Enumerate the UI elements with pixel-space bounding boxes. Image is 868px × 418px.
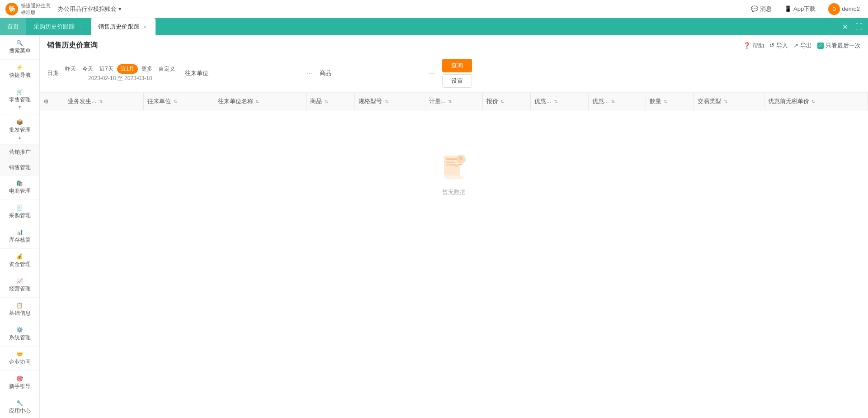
sidebar-item-retail[interactable]: 🛒 零售管理 ▾ <box>0 84 39 114</box>
col-trade-type[interactable]: 交易类型 ⇅ <box>694 93 764 110</box>
sidebar-item-enterprise[interactable]: 🤝 企业协同 <box>0 347 39 371</box>
col-partner-code[interactable]: 往来单位 ⇅ <box>144 93 214 110</box>
column-settings-icon[interactable]: ⚙ <box>43 98 49 105</box>
date-btn-7days[interactable]: 近7天 <box>97 64 116 74</box>
col-partner-name[interactable]: 往来单位名称 ⇅ <box>214 93 307 110</box>
system-icon: ⚙️ <box>16 327 23 333</box>
logo-icon: 畅 <box>5 3 18 15</box>
export-button[interactable]: ↗ 导出 <box>793 42 812 50</box>
sidebar-item-sales-mgmt[interactable]: 销售管理 <box>0 160 39 176</box>
sidebar-item-shortcuts[interactable]: ⚡ 快捷导航 <box>0 60 39 84</box>
sidebar-item-marketing[interactable]: 营销推广 <box>0 145 39 160</box>
tab-purchase-history[interactable]: 采购历史价跟踪 × <box>26 18 91 35</box>
sidebar-item-wholesale[interactable]: 📦 批发管理 ▴ <box>0 114 39 145</box>
col-discount1[interactable]: 优惠... ⇅ <box>531 93 588 110</box>
sidebar-item-appstore[interactable]: 🔧 应用中心 <box>0 395 39 418</box>
query-button[interactable]: 查询 <box>442 59 472 72</box>
only-last-checkbox[interactable]: ✓ <box>817 43 824 49</box>
help-button[interactable]: ❓ 帮助 <box>743 42 764 50</box>
col-biz-date[interactable]: 业务发生... ⇅ <box>64 93 144 110</box>
sort-icon: ⇅ <box>554 99 557 104</box>
close-purchase-history-tab[interactable]: × <box>77 24 84 30</box>
svg-point-0 <box>444 175 464 180</box>
workspace-selector[interactable]: 办公用品行业模拟账套 ▾ <box>54 3 125 15</box>
col-settings[interactable]: ⚙ <box>40 93 64 110</box>
sidebar-item-business[interactable]: 📈 经营管理 <box>0 273 39 298</box>
tab-bar: 首页 采购历史价跟踪 × 销售历史价跟踪 × ✕ ⛶ <box>0 18 868 35</box>
sidebar-item-system[interactable]: ⚙️ 系统管理 <box>0 322 39 347</box>
user-profile[interactable]: D demo2 <box>826 1 863 17</box>
ecommerce-icon: 🛍️ <box>16 180 23 186</box>
tab-home[interactable]: 首页 <box>0 18 26 35</box>
close-all-tabs-button[interactable]: ✕ <box>840 21 850 33</box>
sidebar-item-purchase[interactable]: 🧾 采购管理 <box>0 200 39 224</box>
message-button[interactable]: 💬 消息 <box>748 3 774 15</box>
sort-icon: ⇅ <box>255 99 259 104</box>
avatar: D <box>828 3 840 15</box>
top-bar-left: 畅 畅捷通好生意 标准版 办公用品行业模拟账套 ▾ <box>5 2 125 15</box>
import-button[interactable]: ↺ 导入 <box>769 42 788 50</box>
col-pre-tax-price[interactable]: 优惠前无税单价 ⇅ <box>764 93 868 110</box>
date-btn-1month[interactable]: 近1月 <box>117 64 138 74</box>
svg-rect-3 <box>446 162 455 163</box>
sidebar-item-newbie[interactable]: 🎯 新手引导 <box>0 371 39 395</box>
col-quote[interactable]: 报价 ⇅ <box>482 93 531 110</box>
sidebar-item-finance[interactable]: 💰 资金管理 <box>0 249 39 273</box>
page-title: 销售历史价查询 <box>47 41 98 50</box>
date-btn-more[interactable]: 更多 <box>139 64 155 74</box>
tab-sales-history[interactable]: 销售历史价跟踪 × <box>91 18 156 35</box>
partner-dots[interactable]: ··· <box>306 69 312 77</box>
inventory-icon: 📊 <box>16 229 23 235</box>
date-btn-custom[interactable]: 自定义 <box>156 64 178 74</box>
filter-settings-button[interactable]: 设置 <box>442 74 472 88</box>
sort-icon: ⇅ <box>500 99 504 104</box>
sort-icon: ⇅ <box>724 99 727 104</box>
col-spec[interactable]: 规格型号 ⇅ <box>355 93 425 110</box>
date-btn-today[interactable]: 今天 <box>80 64 96 74</box>
app-download-button[interactable]: 📱 App下载 <box>782 3 818 15</box>
chevron-down-icon: ▾ <box>19 104 21 109</box>
svg-rect-2 <box>446 158 458 160</box>
table-header-row: ⚙ 业务发生... ⇅ 往来单位 ⇅ 往来单位名称 ⇅ <box>40 93 868 110</box>
sort-icon: ⇅ <box>174 99 177 104</box>
tab-bar-actions: ✕ ⛶ <box>840 21 868 33</box>
sidebar-item-basic[interactable]: 📋 基础信息 <box>0 298 39 322</box>
sort-icon: ⇅ <box>325 99 328 104</box>
export-icon: ↗ <box>793 42 798 49</box>
purchase-icon: 🧾 <box>16 204 23 211</box>
empty-state: ? 暂无数据 <box>40 110 868 233</box>
chevron-up-icon: ▴ <box>19 135 21 140</box>
col-goods[interactable]: 商品 ⇅ <box>307 93 355 110</box>
partner-input[interactable] <box>212 68 302 78</box>
chevron-down-icon: ▾ <box>118 5 122 12</box>
sidebar-item-inventory[interactable]: 📊 库存核算 <box>0 224 39 249</box>
table-header: ⚙ 业务发生... ⇅ 往来单位 ⇅ 往来单位名称 ⇅ <box>40 93 868 110</box>
only-last-checkbox-label[interactable]: ✓ 只看最后一次 <box>817 42 861 50</box>
col-discount2[interactable]: 优惠... ⇅ <box>588 93 646 110</box>
import-icon: ↺ <box>769 42 774 49</box>
logo-text: 畅捷通好生意 标准版 <box>21 2 51 15</box>
fullscreen-button[interactable]: ⛶ <box>854 21 864 33</box>
download-icon: 📱 <box>784 5 792 12</box>
enterprise-icon: 🤝 <box>16 351 23 357</box>
col-quantity[interactable]: 数量 ⇅ <box>646 93 694 110</box>
sort-icon: ⇅ <box>664 99 667 104</box>
col-unit[interactable]: 计量... ⇅ <box>425 93 482 110</box>
date-btn-yesterday[interactable]: 昨天 <box>62 64 79 74</box>
goods-input[interactable] <box>335 68 425 78</box>
top-bar-right: 💬 消息 📱 App下载 D demo2 <box>748 1 863 17</box>
empty-text: 暂无数据 <box>442 188 466 196</box>
data-table: ⚙ 业务发生... ⇅ 往来单位 ⇅ 往来单位名称 ⇅ <box>40 93 868 110</box>
close-sales-history-tab[interactable]: × <box>142 24 148 30</box>
sidebar-item-search[interactable]: 🔍 搜索菜单 <box>0 35 39 60</box>
sidebar-item-ecommerce[interactable]: 🛍️ 电商管理 <box>0 176 39 200</box>
date-buttons-row: 昨天 今天 近7天 近1月 更多 自定义 <box>62 64 178 74</box>
sort-icon: ⇅ <box>811 99 815 104</box>
svg-text:?: ? <box>459 157 462 163</box>
goods-dots[interactable]: ··· <box>429 69 435 77</box>
message-icon: 💬 <box>751 5 758 12</box>
date-buttons: 昨天 今天 近7天 近1月 更多 自定义 2023-02-18 至 2023-0… <box>62 64 178 82</box>
wholesale-icon: 📦 <box>16 119 23 125</box>
finance-icon: 💰 <box>16 253 23 260</box>
top-bar: 畅 畅捷通好生意 标准版 办公用品行业模拟账套 ▾ 💬 消息 📱 App下载 D… <box>0 0 868 18</box>
